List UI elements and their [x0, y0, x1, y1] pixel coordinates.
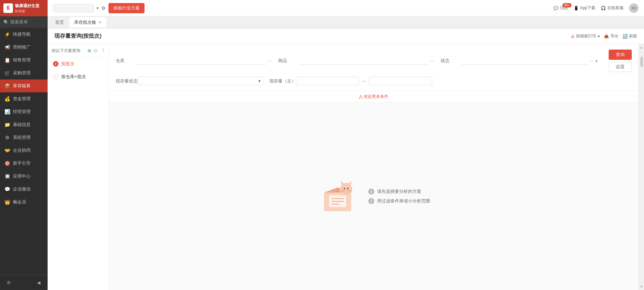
sidebar: 6 畅康通好生意 标准版 🔍 搜索菜单 ⚡ 快捷导航 📢 营销推广 📋 销售管理…: [0, 0, 48, 290]
warehouse-more-icon[interactable]: ···: [266, 58, 273, 64]
stock-status-label: 现存量状态: [116, 78, 138, 84]
sidebar-item-apps[interactable]: 🔲 应用中心: [0, 170, 48, 183]
filter-group-stock-main: 现存量（主） —: [269, 77, 432, 85]
sidebar-item-inventory[interactable]: 📦 库存核算: [0, 79, 48, 92]
sidebar-item-label: 经营管理: [13, 109, 31, 115]
sidebar-item-label: 新手引导: [13, 160, 31, 166]
scheme-settings-icon[interactable]: ⊙: [94, 48, 98, 53]
sidebar-item-member[interactable]: 👑 畅会员: [0, 196, 48, 209]
collapse-bar[interactable]: ⋀ 收起更多条件: [109, 91, 639, 103]
empty-tip-2: 2 用过滤条件来缩小分析范围: [368, 198, 430, 204]
empty-illustration: [317, 176, 358, 217]
sidebar-item-newbie[interactable]: 🎯 新手引导: [0, 157, 48, 170]
sidebar-nav: ⚡ 快捷导航 📢 营销推广 📋 销售管理 🛒 采购管理 📦 库存核算 💰 资金管…: [0, 28, 48, 275]
marketing-icon: 📢: [4, 44, 10, 50]
avatar: Rit: [629, 3, 639, 13]
sidebar-item-quick-nav[interactable]: ⚡ 快捷导航: [0, 28, 48, 41]
basic-icon: 📁: [4, 122, 10, 128]
filter-group-warehouse: 仓库 ···: [116, 57, 273, 65]
status-more-icon[interactable]: ···: [589, 58, 595, 64]
sidebar-item-purchase[interactable]: 🛒 采购管理: [0, 67, 48, 79]
messages-button[interactable]: 💬 消息 99+: [554, 5, 568, 11]
tab-home[interactable]: 首页: [50, 17, 69, 28]
print-template-button[interactable]: 🖨 按模板打印 ▾: [571, 33, 600, 39]
app-download-button[interactable]: 📱 App下载: [574, 5, 595, 11]
collapse-left-panel-icon[interactable]: 《: [100, 48, 104, 54]
online-service-button[interactable]: 🎧 在线客服: [601, 5, 624, 11]
tab-close-icon[interactable]: ✕: [98, 20, 102, 25]
sidebar-item-label: 企业协同: [13, 147, 31, 153]
scroll-down-button[interactable]: ▼: [639, 284, 644, 289]
page-header: 现存量查询(按批次) 🖨 按模板打印 ▾ 📤 导出 🔄 刷新: [48, 29, 644, 44]
refresh-button[interactable]: 🔄 刷新: [623, 33, 637, 39]
wechat-icon: 💬: [4, 186, 10, 192]
message-badge: 99+: [562, 3, 572, 7]
breadcrumb-input[interactable]: [53, 4, 94, 12]
sidebar-item-operations[interactable]: 📊 经营管理: [0, 105, 48, 118]
sidebar-item-wechat[interactable]: 💬 企业微信: [0, 183, 48, 196]
filter-row-1: 仓库 ··· 商品 ··· 状态 ··· ▾: [116, 50, 632, 72]
tip-text-2: 用过滤条件来缩小分析范围: [377, 198, 430, 204]
user-avatar-button[interactable]: Rit: [629, 3, 639, 13]
sidebar-item-label: 基础信息: [13, 122, 31, 128]
tip-num-2: 2: [368, 198, 374, 204]
topbar-dropdown-icon[interactable]: ▾: [97, 6, 99, 11]
export-label: 导出: [610, 33, 618, 39]
app-version: 标准版: [15, 9, 39, 14]
settings-footer-button[interactable]: ⚙: [4, 278, 14, 287]
warehouse-label: 仓库: [116, 58, 136, 64]
warehouse-input[interactable]: [136, 57, 266, 65]
product-input[interactable]: [299, 57, 428, 65]
product-more-icon[interactable]: ···: [428, 58, 435, 64]
filter-dash: —: [359, 78, 369, 84]
tab-inventory-batch[interactable]: 库存批次账 ✕: [69, 17, 106, 28]
collapse-up-icon: ⋀: [359, 94, 362, 99]
filter-area: 仓库 ··· 商品 ··· 状态 ··· ▾: [109, 44, 639, 91]
empty-tips: 1 请先选择要分析的方案 2 用过滤条件来缩小分析范围: [368, 188, 430, 204]
sidebar-item-basic[interactable]: 📁 基础信息: [0, 118, 48, 131]
left-panel-header: 按以下方案查询 ⊕ ⊙ 《: [48, 44, 108, 57]
sidebar-item-cooperation[interactable]: 🤝 企业协同: [0, 144, 48, 157]
status-dropdown-icon[interactable]: ▾: [595, 58, 598, 64]
stock-main-to[interactable]: [369, 77, 432, 85]
tip-num-1: 1: [368, 188, 374, 195]
add-scheme-icon[interactable]: ⊕: [87, 48, 91, 53]
export-button[interactable]: 📤 导出: [604, 33, 618, 39]
sidebar-item-sales[interactable]: 📋 销售管理: [0, 54, 48, 67]
app-download-label: App下载: [580, 5, 595, 11]
scheme-by-batch[interactable]: ● 按批次: [48, 57, 108, 70]
quick-nav-icon: ⚡: [4, 31, 10, 37]
stock-main-label: 现存量（主）: [269, 78, 296, 84]
sidebar-item-finance[interactable]: 💰 资金管理: [0, 92, 48, 105]
filter-group-product: 商品 ···: [278, 57, 435, 65]
phone-icon: 📱: [574, 6, 579, 11]
scroll-thumb[interactable]: [640, 57, 643, 67]
product-label: 商品: [278, 58, 299, 64]
query-button[interactable]: 查询: [609, 50, 632, 60]
topbar-gear-icon[interactable]: ⚙: [101, 5, 106, 11]
scroll-up-button[interactable]: ▲: [639, 45, 644, 50]
scroll-track: [640, 50, 643, 284]
svg-point-11: [347, 187, 349, 189]
online-service-label: 在线客服: [607, 5, 624, 11]
export-icon: 📤: [604, 34, 609, 39]
collapse-label: 收起更多条件: [364, 94, 388, 99]
settings-button[interactable]: 设置: [609, 62, 632, 72]
left-panel-title: 按以下方案查询: [52, 48, 80, 54]
scheme-by-warehouse-batch[interactable]: ○ 按仓库+批次: [48, 70, 108, 83]
sidebar-item-system[interactable]: ⚙ 系统管理: [0, 131, 48, 144]
status-input[interactable]: [461, 57, 589, 65]
collapse-sidebar-button[interactable]: ◀: [34, 278, 44, 287]
sidebar-item-marketing[interactable]: 📢 营销推广: [0, 41, 48, 54]
right-panel: 仓库 ··· 商品 ··· 状态 ··· ▾: [109, 44, 639, 290]
filter-actions: 查询 设置: [609, 50, 632, 72]
main-content: ▾ ⚙ 体验行业方案 💬 消息 99+ 📱 App下载 🎧 在线客服 Rit: [48, 0, 644, 290]
svg-point-12: [346, 190, 347, 191]
stock-status-select[interactable]: ▾: [138, 77, 264, 85]
sidebar-item-label: 销售管理: [13, 57, 31, 63]
stock-main-from[interactable]: [296, 77, 359, 85]
experience-btn[interactable]: 体验行业方案: [108, 3, 145, 13]
apps-icon: 🔲: [4, 173, 10, 179]
stock-status-dropdown-icon: ▾: [258, 78, 261, 84]
sidebar-search[interactable]: 🔍 搜索菜单: [0, 16, 48, 28]
